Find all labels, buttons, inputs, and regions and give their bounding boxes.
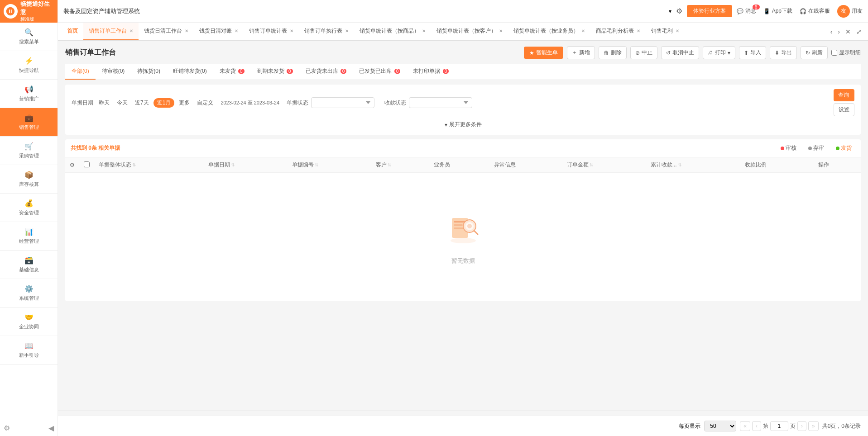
tab-label: 销售订单统计表 [249, 27, 287, 35]
sub-tab-pending-inspect-label: 待拣货(0) [137, 68, 160, 74]
sub-tab-all[interactable]: 全部(0) [65, 64, 96, 80]
tab-close-icon[interactable]: ✕ [290, 28, 293, 33]
stop-button[interactable]: ⊘ 中止 [630, 46, 657, 59]
settings-bottom-icon[interactable]: ⚙ [4, 424, 10, 432]
tab-close-icon[interactable]: ✕ [235, 28, 238, 33]
select-all-checkbox[interactable] [84, 161, 90, 167]
tab-close-all-icon[interactable]: ✕ [843, 26, 854, 37]
collapse-icon[interactable]: ◀ [48, 424, 54, 432]
delete-button[interactable]: 🗑 删除 [599, 46, 627, 59]
sidebar-item-cooperation[interactable]: 🤝 企业协同 [0, 308, 58, 336]
tab-scroll-right-icon[interactable]: › [835, 26, 843, 37]
sort-icon[interactable]: ⇅ [231, 162, 235, 167]
tab-nav-actions: ‹ › ✕ ⤢ [828, 26, 864, 37]
prev-page-button[interactable]: ‹ [752, 421, 761, 431]
tab-scroll-left-icon[interactable]: ‹ [828, 26, 835, 37]
tab-sales-by-product[interactable]: 销货单统计表（按商品） ✕ [354, 23, 431, 40]
sidebar-item-sales[interactable]: 💼 销售管理 [0, 108, 58, 137]
refresh-button[interactable]: ↻ 刷新 [801, 46, 828, 59]
sub-tab-pending-inspect[interactable]: 待拣货(0) [131, 64, 167, 80]
add-button[interactable]: ＋ 新增 [567, 46, 595, 59]
topbar-gear-icon[interactable]: ⚙ [676, 7, 682, 15]
tab-close-icon[interactable]: ✕ [345, 28, 349, 33]
tab-maximize-icon[interactable]: ⤢ [854, 26, 864, 37]
payment-filter-select[interactable] [409, 97, 472, 108]
deliver-action[interactable]: 发货 [832, 143, 855, 153]
user-profile-button[interactable]: 友 用友 [837, 5, 863, 18]
sidebar-item-marketing[interactable]: 📢 营销推广 [0, 80, 58, 108]
sub-tab-shipped-not-in[interactable]: 已发货未出库 0 [299, 64, 353, 80]
expand-filter-button[interactable]: ▾ 展开更多条件 [441, 119, 485, 130]
sidebar-item-label: 快捷导航 [19, 67, 39, 74]
1month-shortcut[interactable]: 近1月 [153, 98, 175, 108]
horizontal-scrollbar[interactable] [58, 410, 868, 416]
sub-tab-pending-review[interactable]: 待审核(0) [96, 64, 131, 80]
tab-sales-stats[interactable]: 销售订单统计表 ✕ [244, 23, 299, 40]
more-shortcut[interactable]: 更多 [176, 98, 192, 108]
tab-close-icon[interactable]: ✕ [129, 28, 133, 33]
status-filter-select[interactable] [311, 97, 374, 108]
setting-button[interactable]: 设置 [834, 103, 854, 116]
sub-tab-overdue-ship[interactable]: 到期未发货 0 [251, 64, 299, 80]
smart-create-button[interactable]: ★ 智能生单 [524, 47, 563, 59]
tab-sales-by-staff[interactable]: 销货单统计表（按业务员） ✕ [508, 23, 590, 40]
system-title-dropdown-icon[interactable]: ▾ [669, 8, 671, 14]
sort-icon[interactable]: ⇅ [590, 162, 593, 167]
show-detail-checkbox-label[interactable]: 显示明细 [831, 49, 861, 57]
query-button[interactable]: 查询 [834, 89, 854, 101]
per-page-select[interactable]: 10 20 50 100 [704, 421, 736, 431]
tab-cash-daily[interactable]: 钱货日清工作台 ✕ [139, 23, 194, 40]
last-page-button[interactable]: » [808, 421, 819, 431]
tab-sales-gross[interactable]: 销售毛利 ✕ [646, 23, 685, 40]
sort-icon[interactable]: ⇅ [315, 162, 318, 167]
industry-solution-button[interactable]: 体验行业方案 [687, 5, 732, 17]
next-page-button[interactable]: › [797, 421, 806, 431]
yesterday-shortcut[interactable]: 昨天 [96, 98, 112, 108]
cancel-stop-button[interactable]: ↺ 取消中止 [661, 46, 699, 59]
shipped-in-badge: 0 [394, 69, 401, 74]
7days-shortcut[interactable]: 近7天 [132, 98, 152, 108]
tab-close-icon[interactable]: ✕ [422, 28, 426, 33]
tab-sales-workbench[interactable]: 销售订单工作台 ✕ [83, 23, 139, 40]
sidebar-item-search[interactable]: 🔍 搜索菜单 [0, 23, 58, 51]
sort-icon[interactable]: ⇅ [678, 162, 681, 167]
sidebar-item-quick-nav[interactable]: ⚡ 快捷导航 [0, 51, 58, 80]
tab-sales-by-customer[interactable]: 销货单统计表（按客户） ✕ [431, 23, 508, 40]
sidebar-item-inventory[interactable]: 📦 库存核算 [0, 165, 58, 194]
custom-shortcut[interactable]: 自定义 [194, 98, 216, 108]
tab-home[interactable]: 首页 [62, 23, 83, 40]
sub-tab-wangpu[interactable]: 旺铺待发货(0) [167, 64, 213, 80]
sub-tab-shipped-in[interactable]: 已发货已出库 0 [353, 64, 407, 80]
show-detail-checkbox[interactable] [831, 50, 837, 56]
sidebar-item-basic[interactable]: 🗃️ 基础信息 [0, 251, 58, 279]
tab-cash-reconcile[interactable]: 钱货日清对账 ✕ [194, 23, 244, 40]
import-button[interactable]: ⬆ 导入 [739, 46, 766, 59]
print-button[interactable]: 🖨 打印 ▾ [703, 46, 735, 59]
tab-sales-exec[interactable]: 销售订单执行表 ✕ [299, 23, 354, 40]
sort-icon[interactable]: ⇅ [132, 162, 136, 167]
approve-action[interactable]: 审核 [777, 143, 800, 153]
first-page-button[interactable]: « [740, 421, 750, 431]
sidebar-item-purchase[interactable]: 🛒 采购管理 [0, 137, 58, 165]
message-button[interactable]: 💬 消息 6 [737, 7, 756, 15]
page-number-input[interactable] [770, 421, 788, 431]
tab-close-icon[interactable]: ✕ [499, 28, 503, 33]
app-download-button[interactable]: 📱 App下载 [763, 7, 792, 15]
sort-icon[interactable]: ⇅ [388, 162, 391, 167]
tab-close-icon[interactable]: ✕ [581, 28, 585, 33]
sub-tab-not-shipped[interactable]: 未发货 0 [213, 64, 251, 80]
today-shortcut[interactable]: 今天 [114, 98, 130, 108]
sidebar-item-operation[interactable]: 📊 经营管理 [0, 222, 58, 251]
sidebar-item-guide[interactable]: 📖 新手引导 [0, 336, 58, 365]
online-service-button[interactable]: 🎧 在线客服 [800, 7, 830, 15]
tab-close-icon[interactable]: ✕ [676, 28, 679, 33]
briefcase-icon: 💼 [24, 114, 34, 122]
tab-close-icon[interactable]: ✕ [637, 28, 640, 33]
unapprove-action[interactable]: 弃审 [805, 143, 828, 153]
sidebar-item-finance[interactable]: 💰 资金管理 [0, 194, 58, 222]
sub-tab-not-printed[interactable]: 未打印单据 0 [407, 64, 455, 80]
tab-close-icon[interactable]: ✕ [185, 28, 188, 33]
export-button[interactable]: ⬇ 导出 [770, 46, 797, 59]
sidebar-item-system[interactable]: ⚙️ 系统管理 [0, 279, 58, 308]
tab-gross-margin[interactable]: 商品毛利分析表 ✕ [590, 23, 646, 40]
